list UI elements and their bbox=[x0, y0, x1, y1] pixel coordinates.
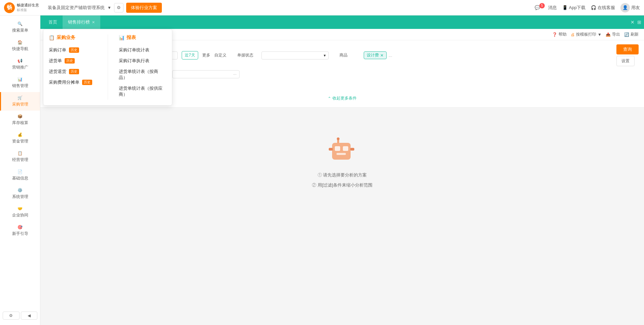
date-custom-btn[interactable]: 自定义 bbox=[214, 52, 226, 58]
collapse-icon: ⌃ bbox=[328, 96, 331, 101]
goods-filter: 设计费 ✕ ... bbox=[364, 51, 392, 59]
goods-tag-close[interactable]: ✕ bbox=[380, 53, 384, 58]
sidebar-item-sales[interactable]: 📊 销售管理 bbox=[0, 74, 40, 92]
svg-rect-2 bbox=[343, 146, 348, 151]
logo-text: 畅捷通好生意 标准版 bbox=[17, 3, 39, 12]
sidebar-item-marketing[interactable]: 📢 营销推广 bbox=[0, 55, 40, 74]
chevron-down-icon: ▾ bbox=[324, 53, 326, 58]
sidebar-item-search[interactable]: 🔍 搜索菜单 bbox=[0, 18, 40, 37]
dropdown-item-goods-return[interactable]: 进货退货 历史 bbox=[49, 66, 97, 77]
query-area: 查询 设置 bbox=[616, 44, 639, 66]
empty-state: ① 请先选择要分析的方案 ② 用[过滤]条件来缩小分析范围 bbox=[40, 108, 644, 215]
svg-rect-3 bbox=[336, 153, 346, 155]
empty-line1: ① 请先选择要分析的方案 bbox=[318, 172, 367, 178]
system-icon: ⚙️ bbox=[17, 188, 23, 193]
sidebar: 🔍 搜索菜单 🏠 快捷导航 📢 营销推广 📊 销售管理 🛒 采购管理 📦 库存核… bbox=[0, 15, 40, 325]
header-right: 💬 5 消息 📱 App下载 🎧 在线客服 👤 用友 bbox=[535, 3, 640, 12]
date-7days-btn[interactable]: 近7天 bbox=[182, 51, 198, 59]
goods-tag[interactable]: 设计费 ✕ bbox=[364, 51, 387, 59]
system-title: 装备及固定资产辅助管理系统 bbox=[48, 5, 105, 11]
svg-rect-1 bbox=[335, 146, 340, 151]
print-icon: 🖨 bbox=[571, 32, 575, 37]
beginner-icon: 🎯 bbox=[17, 225, 23, 230]
dropdown-item-goods-receipt[interactable]: 进货单 历史 bbox=[49, 55, 97, 66]
headset-icon: 🎧 bbox=[591, 5, 596, 10]
sidebar-item-system[interactable]: ⚙️ 系统管理 bbox=[0, 185, 40, 203]
empty-illustration bbox=[322, 134, 362, 168]
date-more-btn[interactable]: 更多 bbox=[202, 52, 210, 58]
svg-rect-5 bbox=[350, 148, 354, 151]
svg-rect-0 bbox=[332, 143, 351, 160]
sidebar-item-beginner[interactable]: 🎯 新手引导 bbox=[0, 221, 40, 240]
help-icon: ❓ bbox=[552, 32, 557, 37]
doc-status-label: 单据状态 bbox=[237, 52, 257, 58]
history-badge-2: 历史 bbox=[69, 69, 79, 74]
purchase-icon: 🛒 bbox=[17, 95, 23, 100]
message-badge: 5 bbox=[539, 3, 545, 8]
dropdown-col1-title: 📋 采购业务 bbox=[49, 35, 97, 41]
logo-area: 畅 畅捷通好生意 标准版 bbox=[4, 2, 44, 13]
tab-home[interactable]: 首页 bbox=[43, 15, 63, 29]
refresh-icon: 🔄 bbox=[624, 32, 629, 37]
sidebar-item-base-info[interactable]: 📄 基础信息 bbox=[0, 166, 40, 185]
marketing-icon: 📢 bbox=[17, 58, 23, 63]
tab-sales-ranking[interactable]: 销售排行榜 ✕ bbox=[63, 15, 100, 29]
dropdown-col-report: 📊 报表 采购订单统计表 采购订单执行表 进货单统计表（按商品） 进货单统计表（… bbox=[119, 35, 167, 100]
dropdown-item-po-summary[interactable]: 采购订单统计表 bbox=[119, 45, 167, 55]
dropdown-item-purchase-expense[interactable]: 采购费用分摊单 历史 bbox=[49, 77, 97, 88]
app-download-item[interactable]: 📱 App下载 bbox=[562, 5, 585, 11]
svg-rect-4 bbox=[329, 148, 333, 151]
sidebar-item-finance[interactable]: 💰 资金管理 bbox=[0, 129, 40, 148]
base-info-icon: 📄 bbox=[17, 169, 23, 174]
export-btn[interactable]: 📤 导出 bbox=[606, 32, 620, 37]
finance-icon: 💰 bbox=[17, 132, 23, 137]
inventory-icon: 📦 bbox=[17, 114, 23, 119]
tab-maximize-btn[interactable]: ⊞ bbox=[637, 19, 641, 25]
dropdown-menu: 📋 采购业务 采购订单 历史 进货单 历史 进货退货 历史 采购费用分摊单 历史… bbox=[43, 29, 172, 106]
user-item[interactable]: 👤 用友 bbox=[620, 3, 640, 12]
doc-status-select[interactable]: ▾ bbox=[261, 51, 329, 59]
help-btn[interactable]: ❓ 帮助 bbox=[552, 32, 567, 37]
sidebar-collapse-btn[interactable]: ◀ bbox=[21, 312, 38, 320]
home-icon: 🏠 bbox=[17, 40, 23, 45]
tab-bar-right: ✕ ⊞ bbox=[631, 19, 641, 25]
settings-btn[interactable]: 设置 bbox=[616, 56, 635, 66]
dropdown-col2-title: 📊 报表 bbox=[119, 35, 167, 41]
tab-close-window-btn[interactable]: ✕ bbox=[631, 19, 635, 25]
tab-close-btn[interactable]: ✕ bbox=[92, 20, 95, 25]
dropdown-item-receipt-by-supplier[interactable]: 进货单统计表（按供应商） bbox=[119, 83, 167, 100]
export-icon: 📤 bbox=[606, 32, 611, 37]
dropdown-item-po-execution[interactable]: 采购订单执行表 bbox=[119, 55, 167, 66]
refresh-btn[interactable]: 🔄 刷新 bbox=[624, 32, 639, 37]
sales-icon: 📊 bbox=[17, 77, 23, 82]
online-service-item[interactable]: 🎧 在线客服 bbox=[591, 5, 615, 11]
avatar: 👤 bbox=[620, 3, 630, 12]
empty-robot-svg bbox=[325, 136, 359, 166]
salesperson-input[interactable]: ··· bbox=[172, 70, 240, 78]
dropdown-item-purchase-order[interactable]: 采购订单 历史 bbox=[49, 45, 97, 55]
sidebar-item-operations[interactable]: 📋 经营管理 bbox=[0, 148, 40, 166]
message-item[interactable]: 💬 5 消息 bbox=[535, 5, 557, 11]
logo-icon: 畅 bbox=[4, 2, 15, 13]
active-bar bbox=[0, 92, 1, 111]
history-badge-0: 历史 bbox=[69, 47, 79, 53]
sidebar-item-purchase[interactable]: 🛒 采购管理 bbox=[0, 92, 40, 111]
history-badge-3: 历史 bbox=[82, 80, 92, 85]
goods-dots[interactable]: ... bbox=[389, 53, 392, 58]
sidebar-item-quick-nav[interactable]: 🏠 快捷导航 bbox=[0, 37, 40, 55]
sidebar-item-enterprise[interactable]: 🤝 企业协同 bbox=[0, 203, 40, 221]
sidebar-settings-btn[interactable]: ⚙ bbox=[3, 312, 20, 320]
dropdown-item-receipt-by-goods[interactable]: 进货单统计表（按商品） bbox=[119, 66, 167, 83]
sidebar-item-inventory[interactable]: 📦 库存核算 bbox=[0, 111, 40, 129]
header-settings-btn[interactable]: ⚙ bbox=[114, 3, 123, 12]
query-btn[interactable]: 查询 bbox=[616, 44, 639, 54]
industry-btn[interactable]: 体验行业方案 bbox=[126, 3, 162, 13]
salesperson-dots[interactable]: ··· bbox=[233, 72, 237, 77]
print-btn[interactable]: 🖨 按模板打印 ▼ bbox=[571, 32, 602, 37]
history-badge-1: 历史 bbox=[65, 58, 75, 64]
sidebar-bottom: ⚙ ◀ bbox=[0, 309, 40, 322]
search-icon: 🔍 bbox=[17, 22, 23, 26]
purchase-menu-icon: 📋 bbox=[49, 35, 55, 40]
phone-icon: 📱 bbox=[562, 5, 568, 10]
system-dropdown-btn[interactable]: ▼ bbox=[107, 5, 111, 10]
